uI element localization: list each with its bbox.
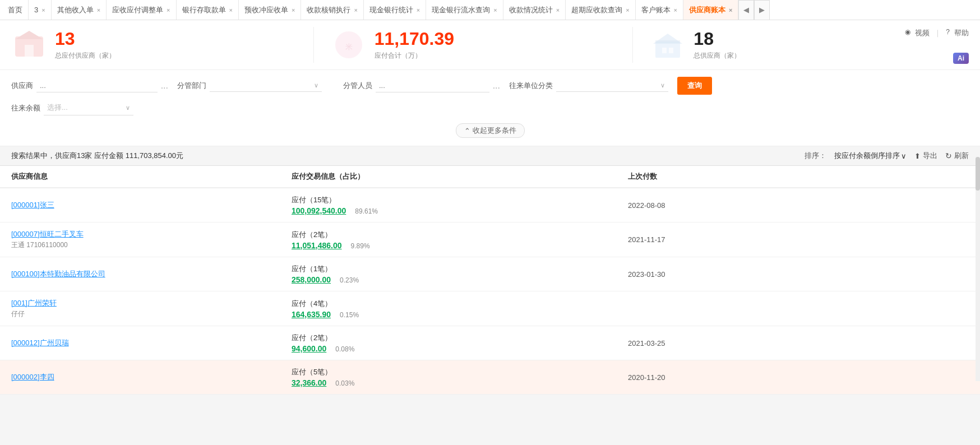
category-select[interactable]: ∨ xyxy=(556,80,668,92)
query-button[interactable]: 查询 xyxy=(677,77,712,95)
scrollbar-track[interactable] xyxy=(976,157,980,381)
supplier-link-5[interactable]: [000002]李四 xyxy=(11,373,54,381)
tx-amount-4[interactable]: 94,600.00 xyxy=(292,344,326,353)
tx-amount-0[interactable]: 100,092,540.00 xyxy=(292,206,346,215)
svg-rect-9 xyxy=(655,40,680,43)
svg-rect-8 xyxy=(669,48,673,53)
stat-info-ap-suppliers: 13 总应付供应商（家） xyxy=(55,29,115,61)
person-input[interactable] xyxy=(376,79,489,92)
nav-tab-overdue-query[interactable]: 超期应收款查询 × xyxy=(566,0,635,20)
tx-label-5: 应付（5笔） xyxy=(292,367,628,377)
tx-percent-3: 0.15% xyxy=(340,311,359,319)
nav-tab-label: 其他收入单 xyxy=(57,5,94,15)
tx-percent-5: 0.03% xyxy=(335,379,354,387)
nav-tab-cash-bank-stat[interactable]: 现金银行统计 × xyxy=(364,0,426,20)
nav-tab-other-income[interactable]: 其他收入单 × xyxy=(52,0,107,20)
supplier-sub-1: 王通 17106110000 xyxy=(11,240,292,250)
dept-select[interactable]: ∨ xyxy=(210,80,322,92)
supplier-sub-3: 仔仔 xyxy=(11,309,292,319)
nav-tab-close[interactable]: × xyxy=(97,7,100,13)
nav-tab-close[interactable]: × xyxy=(674,7,677,13)
stat-label-total-suppliers: 总供应商（家） xyxy=(694,51,741,61)
refresh-button[interactable]: ↻ 刷新 xyxy=(945,151,969,161)
table-row: [000012]广州贝瑞 应付（2笔） 94,600.00 0.08% 2021… xyxy=(0,326,980,360)
export-button[interactable]: ⬆ 导出 xyxy=(914,151,937,161)
nav-tab-close[interactable]: × xyxy=(417,7,420,13)
supplier-icon xyxy=(11,27,47,63)
balance-select[interactable]: 选择... ∨ xyxy=(44,100,133,115)
nav-tab-close[interactable]: × xyxy=(626,7,629,13)
tx-cell-2: 应付（1笔） 258,000.00 0.23% xyxy=(292,264,628,284)
tx-amount-5[interactable]: 32,366.00 xyxy=(292,378,326,387)
nav-tab-ar-ap-adjust[interactable]: 应收应付调整单 × xyxy=(107,0,176,20)
supplier-input[interactable] xyxy=(36,79,158,92)
ai-badge[interactable]: Ai xyxy=(953,53,969,64)
svg-rect-2 xyxy=(25,45,34,57)
tx-cell-1: 应付（2笔） 11,051,486.00 9.89% xyxy=(292,230,628,250)
nav-tab-label: 应收应付调整单 xyxy=(112,5,163,15)
supplier-cell-1: [000007]恒旺二手叉车 王通 17106110000 xyxy=(11,229,292,250)
person-picker-icon[interactable]: ... xyxy=(493,81,500,91)
scrollbar-thumb[interactable] xyxy=(976,157,980,191)
category-filter-label: 往来单位分类 xyxy=(509,81,553,91)
nav-tab-close[interactable]: × xyxy=(493,7,497,13)
nav-tab-close[interactable]: × xyxy=(292,7,295,13)
nav-tab-customer-ledger[interactable]: 客户账本 × xyxy=(636,0,683,20)
supplier-picker-icon[interactable]: ... xyxy=(161,81,168,91)
supplier-cell-0: [000001]张三 xyxy=(11,200,292,210)
supplier-link-2[interactable]: [000100]本特勤油品有限公司 xyxy=(11,270,105,278)
nav-tab-close[interactable]: × xyxy=(354,7,357,13)
tx-label-3: 应付（4笔） xyxy=(292,299,628,309)
export-icon: ⬆ xyxy=(914,152,921,160)
tx-amount-3[interactable]: 164,635.90 xyxy=(292,310,331,319)
supplier-link-4[interactable]: [000012]广州贝瑞 xyxy=(11,339,69,347)
stat-info-total-suppliers: 18 总供应商（家） xyxy=(694,29,741,61)
link-divider: ｜ xyxy=(934,28,941,38)
nav-tab-payment-exec[interactable]: 收款核销执行 × xyxy=(301,0,363,20)
nav-tab-bank-deposit[interactable]: 银行存取款单 × xyxy=(177,0,239,20)
nav-arrow-left[interactable]: ◀ xyxy=(738,0,754,20)
table-row: [001]广州荣轩 仔仔 应付（4笔） 164,635.90 0.15% xyxy=(0,291,980,326)
nav-tab-close[interactable]: × xyxy=(556,7,560,13)
tx-amount-2[interactable]: 258,000.00 xyxy=(292,275,331,284)
stat-number-ap-total: 11,170.39 xyxy=(375,29,454,49)
stat-number-total-suppliers: 18 xyxy=(694,29,741,49)
supplier-link-3[interactable]: [001]广州荣轩 xyxy=(11,299,57,307)
nav-tab-label: 收款核销执行 xyxy=(307,5,350,15)
supplier-cell-2: [000100]本特勤油品有限公司 xyxy=(11,269,292,279)
nav-tab-close[interactable]: × xyxy=(167,7,170,13)
supplier-cell-4: [000012]广州贝瑞 xyxy=(11,338,292,348)
result-summary: 搜索结果中，供应商13家 应付金额 111,703,854.00元 xyxy=(11,151,183,161)
stat-block-ap-suppliers: 13 总应付供应商（家） xyxy=(11,27,314,63)
video-link[interactable]: 视频 xyxy=(915,28,930,38)
category-chevron-icon: ∨ xyxy=(660,82,665,89)
tx-label-0: 应付（15笔） xyxy=(292,195,628,205)
svg-rect-7 xyxy=(662,48,667,53)
tx-label-1: 应付（2笔） xyxy=(292,230,628,240)
nav-tab-payment-stat[interactable]: 收款情况统计 × xyxy=(503,0,566,20)
nav-arrow-right[interactable]: ▶ xyxy=(754,0,770,20)
collapse-button[interactable]: ⌃ 收起更多条件 xyxy=(456,123,525,138)
balance-filter-label: 往来余额 xyxy=(11,103,40,113)
help-link[interactable]: 帮助 xyxy=(954,28,969,38)
tx-cell-4: 应付（2笔） 94,600.00 0.08% xyxy=(292,333,628,353)
stat-number-ap-suppliers: 13 xyxy=(55,29,115,49)
nav-tab-prepay[interactable]: 预收冲应收单 × xyxy=(239,0,301,20)
tx-percent-0: 89.61% xyxy=(355,207,378,215)
supplier-link-1[interactable]: [000007]恒旺二手叉车 xyxy=(11,230,84,238)
nav-tab-home[interactable]: 首页 xyxy=(2,0,29,20)
nav-tab-3[interactable]: 3 × xyxy=(29,0,52,20)
stat-info-ap-total: 11,170.39 应付合计（万） xyxy=(375,29,454,61)
nav-tab-close[interactable]: × xyxy=(729,7,732,13)
svg-text:米: 米 xyxy=(345,43,352,51)
tx-row-1: 11,051,486.00 9.89% xyxy=(292,241,628,250)
supplier-link-0[interactable]: [000001]张三 xyxy=(11,201,54,209)
tx-amount-1[interactable]: 11,051,486.00 xyxy=(292,241,342,250)
nav-tab-close[interactable]: × xyxy=(229,7,233,13)
nav-tab-close[interactable]: × xyxy=(41,7,45,13)
last-payment-1: 2021-11-17 xyxy=(628,235,969,244)
nav-tab-cash-flow-query[interactable]: 现金银行流水查询 × xyxy=(426,0,503,20)
sort-select[interactable]: 按应付余额倒序排序 ∨ xyxy=(834,151,907,161)
nav-tab-supplier-ledger[interactable]: 供应商账本 × xyxy=(683,0,738,20)
nav-tab-label: 现金银行流水查询 xyxy=(432,5,490,15)
